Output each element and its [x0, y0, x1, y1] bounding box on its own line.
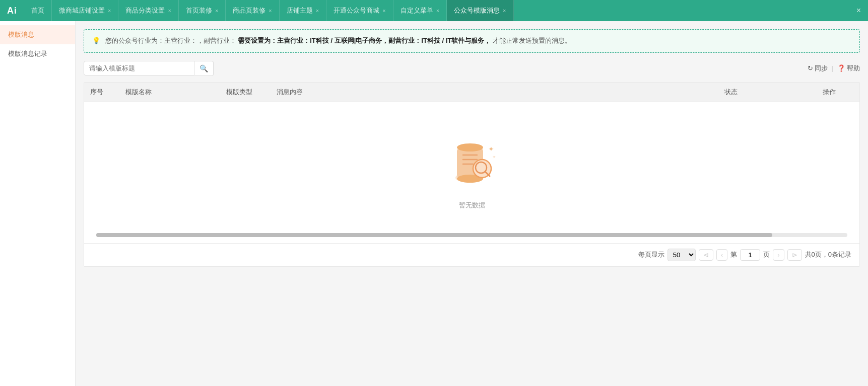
- page-size-select[interactable]: 50 10 20 100: [667, 249, 696, 261]
- nav-tab-category-settings[interactable]: 商品分类设置 ×: [118, 0, 178, 21]
- close-icon[interactable]: ×: [382, 8, 385, 14]
- content-area: 💡 您的公众号行业为：主营行业：，副营行业： 需要设置为：主营行业：IT科技 /…: [76, 21, 868, 386]
- pagination: 每页显示 50 10 20 100 ⊲ ‹ 第 1 页 › ⊳ 共0页，0条记录: [84, 243, 859, 266]
- col-header-seq: 序号: [84, 83, 119, 102]
- sidebar-item-template-message-record[interactable]: 模版消息记录: [0, 44, 75, 63]
- col-header-name: 模版名称: [119, 83, 220, 102]
- svg-text:✦: ✦: [488, 145, 494, 153]
- nav-tab-template-message[interactable]: 公众号模版消息 ×: [447, 0, 513, 21]
- help-button[interactable]: ❓ 帮助: [837, 64, 860, 73]
- close-icon[interactable]: ×: [108, 8, 111, 14]
- svg-point-2: [457, 143, 483, 151]
- nav-tab-home-decoration[interactable]: 首页装修 ×: [179, 0, 226, 21]
- empty-state: ✦ ✦ 暂无数据: [84, 102, 859, 230]
- horizontal-scrollbar-container: [84, 233, 859, 243]
- nav-tab-open-wechat-shop[interactable]: 开通公众号商城 ×: [326, 0, 393, 21]
- col-header-type: 模版类型: [220, 83, 271, 102]
- nav-tab-custom-menu[interactable]: 自定义菜单 ×: [393, 0, 447, 21]
- sidebar-item-template-message[interactable]: 模版消息: [0, 25, 75, 44]
- table-header: 序号 模版名称 模版类型 消息内容 状态 操作: [84, 83, 859, 102]
- close-all-button[interactable]: ×: [849, 6, 868, 15]
- close-icon[interactable]: ×: [503, 8, 506, 14]
- search-button[interactable]: 🔍: [194, 61, 214, 76]
- notice-icon: 💡: [92, 37, 100, 44]
- empty-illustration: ✦ ✦: [442, 132, 502, 193]
- scrollbar-thumb[interactable]: [96, 233, 772, 237]
- horizontal-scrollbar[interactable]: [96, 233, 847, 237]
- divider: |: [832, 64, 833, 72]
- app-title: Ai: [0, 0, 24, 21]
- sync-button[interactable]: ↻ 同步: [808, 64, 828, 73]
- svg-text:✦: ✦: [492, 155, 496, 160]
- col-header-status: 状态: [718, 83, 799, 102]
- close-icon[interactable]: ×: [168, 8, 171, 14]
- last-page-button[interactable]: ⊳: [787, 249, 802, 261]
- notice-banner: 💡 您的公众号行业为：主营行业：，副营行业： 需要设置为：主营行业：IT科技 /…: [84, 29, 860, 53]
- first-page-button[interactable]: ⊲: [699, 249, 713, 261]
- close-icon[interactable]: ×: [436, 8, 439, 14]
- prev-page-button[interactable]: ‹: [716, 249, 727, 261]
- close-icon[interactable]: ×: [269, 8, 272, 14]
- toolbar-right: ↻ 同步 | ❓ 帮助: [808, 64, 860, 73]
- col-header-content: 消息内容: [271, 83, 718, 102]
- search-input[interactable]: [84, 61, 194, 75]
- close-icon[interactable]: ×: [316, 8, 319, 14]
- help-icon: ❓: [837, 64, 845, 72]
- page-current-label: 第: [730, 250, 737, 259]
- close-icon[interactable]: ×: [215, 8, 218, 14]
- page-number-input[interactable]: 1: [740, 249, 760, 261]
- nav-tab-shop-theme[interactable]: 店铺主题 ×: [280, 0, 326, 21]
- col-header-action: 操作: [799, 83, 859, 102]
- sync-icon: ↻: [808, 64, 813, 72]
- empty-text: 暂无数据: [459, 201, 485, 210]
- sidebar: 模版消息 模版消息记录: [0, 21, 76, 386]
- page-size-label: 每页显示: [638, 250, 664, 259]
- nav-tab-home[interactable]: 首页: [24, 0, 52, 21]
- top-navigation: Ai 首页 微商城店铺设置 × 商品分类设置 × 首页装修 × 商品页装修 × …: [0, 0, 868, 21]
- main-layout: 模版消息 模版消息记录 💡 您的公众号行业为：主营行业：，副营行业： 需要设置为…: [0, 21, 868, 386]
- data-table: 序号 模版名称 模版类型 消息内容 状态 操作: [84, 82, 860, 267]
- search-bar: 🔍 ↻ 同步 | ❓ 帮助: [84, 61, 860, 76]
- nav-tab-product-decoration[interactable]: 商品页装修 ×: [226, 0, 279, 21]
- page-unit-label: 页: [763, 250, 770, 259]
- nav-tab-shop-settings[interactable]: 微商城店铺设置 ×: [52, 0, 118, 21]
- total-info: 共0页，0条记录: [805, 250, 851, 259]
- next-page-button[interactable]: ›: [773, 249, 784, 261]
